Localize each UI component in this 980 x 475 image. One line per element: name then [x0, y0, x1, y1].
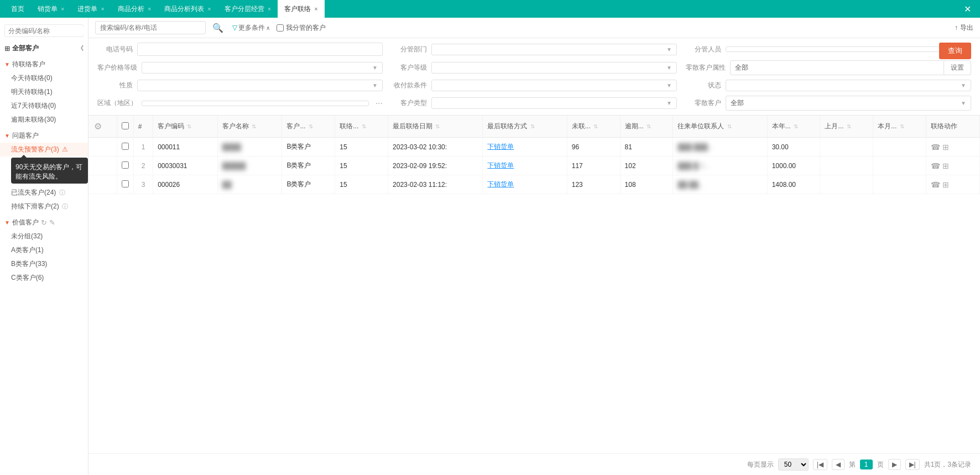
- next-page-btn[interactable]: ▶: [888, 459, 901, 470]
- sidebar-group-pending-contact: ▼ 待联络客户 今天待联络(0) 明天待联络(1) 近7天待联络(0) 逾期未联…: [0, 58, 88, 127]
- row-checkbox[interactable]: [122, 180, 129, 187]
- tab-sales-close[interactable]: ×: [61, 6, 64, 12]
- tab-customer-segmentation-close[interactable]: ×: [268, 6, 271, 12]
- prev-page-btn[interactable]: ◀: [832, 459, 845, 470]
- tab-goods-analysis[interactable]: 商品分析 ×: [111, 0, 158, 18]
- row-check-cell[interactable]: [117, 138, 133, 156]
- sidebar-item-tomorrow[interactable]: 明天待联络(1): [0, 85, 88, 99]
- query-button[interactable]: 查询: [939, 43, 971, 59]
- sidebar-item-downturn[interactable]: 持续下滑客户(2) ⓘ: [0, 200, 88, 213]
- sidebar-group-problem-header[interactable]: ▼ 问题客户: [0, 129, 88, 143]
- tab-customer-segmentation[interactable]: 客户分层经营 ×: [218, 0, 278, 18]
- payment-select[interactable]: ▼: [431, 80, 677, 91]
- action-more-icon[interactable]: ⊞: [942, 161, 949, 170]
- last-page-btn[interactable]: ▶|: [905, 459, 920, 470]
- sidebar-item-b-class[interactable]: B类客户(33): [0, 257, 88, 271]
- tab-goods-analysis-table-close[interactable]: ×: [207, 6, 211, 12]
- col-overdue[interactable]: 逾期... ⇅: [620, 116, 673, 138]
- last-method-link[interactable]: 下销货单: [487, 161, 514, 169]
- col-uncontacted[interactable]: 未联... ⇅: [567, 116, 620, 138]
- filter-search-input[interactable]: [95, 21, 206, 34]
- sidebar-item-a-class[interactable]: A类客户(1): [0, 243, 88, 257]
- col-last-date[interactable]: 最后联络日期 ⇅: [388, 116, 483, 138]
- area-select[interactable]: [142, 101, 369, 106]
- sidebar-search-input[interactable]: [8, 27, 88, 35]
- col-unit-contact[interactable]: 往来单位联系人 ⇅: [673, 116, 767, 138]
- tab-goods-analysis-table-label: 商品分析列表: [164, 4, 204, 14]
- nature-select[interactable]: ▼: [137, 80, 383, 91]
- tab-purchase[interactable]: 进货单 ×: [71, 0, 111, 18]
- action-more-icon[interactable]: ⊞: [942, 180, 949, 189]
- col-check[interactable]: [117, 116, 133, 138]
- tab-goods-analysis-table[interactable]: 商品分析列表 ×: [158, 0, 217, 18]
- refresh-icon[interactable]: ↻: [41, 218, 47, 227]
- tab-sales[interactable]: 销货单 ×: [31, 0, 71, 18]
- sidebar-all-customers[interactable]: ⊞ 全部客户 《: [0, 41, 88, 55]
- row-last-method-cell[interactable]: 下销货单: [483, 156, 567, 175]
- sidebar-item-overdue[interactable]: 逾期未联络(30): [0, 113, 88, 127]
- row-check-cell[interactable]: [117, 156, 133, 175]
- my-customers-checkbox-container[interactable]: 我分管的客户: [277, 23, 326, 33]
- per-page-select[interactable]: 50 100 200: [778, 458, 809, 471]
- customer-level-select[interactable]: ▼: [431, 62, 677, 74]
- sidebar-group-pending-header[interactable]: ▼ 待联络客户: [0, 58, 88, 71]
- col-this-month[interactable]: 本月... ⇅: [873, 116, 926, 138]
- last-method-link[interactable]: 下销货单: [487, 180, 514, 188]
- status-select[interactable]: ▼: [726, 80, 971, 91]
- row-last-method-cell[interactable]: 下销货单: [483, 175, 567, 194]
- column-settings-btn[interactable]: ⚙: [93, 120, 103, 133]
- my-customers-checkbox[interactable]: [277, 24, 284, 32]
- phone-input[interactable]: [137, 43, 383, 56]
- col-last-method[interactable]: 最后联络方式 ⇅: [483, 116, 567, 138]
- action-more-icon[interactable]: ⊞: [942, 143, 949, 152]
- tab-home[interactable]: 首页: [4, 0, 31, 18]
- sidebar-collapse-btn[interactable]: 《: [77, 44, 84, 53]
- action-contact-icon[interactable]: ☎: [931, 180, 940, 189]
- sidebar-item-7days[interactable]: 近7天待联络(0): [0, 99, 88, 113]
- more-conditions-button[interactable]: ▽ 更多条件 ∧: [230, 23, 272, 33]
- settings-button[interactable]: 设置: [943, 60, 971, 75]
- export-button[interactable]: ↑ 导出: [955, 23, 973, 33]
- area-more-btn[interactable]: ···: [376, 98, 383, 108]
- dept-select[interactable]: ▼: [431, 44, 677, 55]
- sidebar-item-unclassified[interactable]: 未分组(32): [0, 229, 88, 243]
- tab-goods-analysis-close[interactable]: ×: [148, 6, 151, 12]
- col-name[interactable]: 客户名称 ⇅: [217, 116, 282, 138]
- row-last-method-cell[interactable]: 下销货单: [483, 138, 567, 156]
- sidebar-group-value-header[interactable]: ▼ 价值客户 ↻ ✎: [0, 216, 88, 229]
- row-last-month-cell: [820, 138, 873, 156]
- price-level-select[interactable]: ▼: [142, 62, 383, 74]
- total-pages-label: 页: [877, 460, 884, 469]
- window-close-button[interactable]: ✕: [960, 4, 976, 14]
- sidebar-item-at-risk[interactable]: 流失预警客户(3) ⚠: [0, 143, 88, 156]
- customer-type-select[interactable]: ▼: [431, 97, 677, 109]
- retail-select[interactable]: 全部 ▼: [726, 96, 971, 111]
- row-checkbox[interactable]: [122, 143, 129, 150]
- col-code[interactable]: 客户编码 ⇅: [153, 116, 218, 138]
- last-method-link[interactable]: 下销货单: [487, 143, 514, 150]
- manager-select[interactable]: [726, 46, 957, 52]
- filter-search-button[interactable]: 🔍: [210, 23, 226, 33]
- action-contact-icon[interactable]: ☎: [931, 161, 940, 170]
- zero-attrib-select[interactable]: 全部 ▼: [730, 60, 971, 75]
- row-checkbox[interactable]: [122, 161, 129, 169]
- col-settings[interactable]: ⚙: [88, 116, 117, 138]
- sidebar-item-today[interactable]: 今天待联络(0): [0, 71, 88, 85]
- row-this-year-cell: 30.00: [767, 138, 820, 156]
- row-check-cell[interactable]: [117, 175, 133, 194]
- action-contact-icon[interactable]: ☎: [931, 143, 940, 152]
- first-page-btn[interactable]: |◀: [813, 459, 827, 470]
- select-all-checkbox[interactable]: [122, 122, 129, 129]
- col-last-month[interactable]: 上月... ⇅: [820, 116, 873, 138]
- sidebar-item-c-class[interactable]: C类客户(6): [0, 271, 88, 285]
- main-layout: 🔍 ⊞ 全部客户 《 ▼ 待联络客户 今天待联络(0) 明天待联络(1) 近7天…: [0, 18, 980, 475]
- tab-purchase-close[interactable]: ×: [101, 6, 104, 12]
- edit-icon[interactable]: ✎: [49, 218, 55, 227]
- tab-customer-contact[interactable]: 客户联络 ×: [278, 0, 324, 18]
- sidebar-search-container[interactable]: 🔍: [4, 24, 84, 37]
- col-this-year[interactable]: 本年... ⇅: [767, 116, 820, 138]
- col-contact[interactable]: 联络... ⇅: [335, 116, 388, 138]
- sidebar-item-lost[interactable]: 已流失客户(24) ⓘ: [0, 186, 88, 200]
- col-type[interactable]: 客户... ⇅: [282, 116, 335, 138]
- tab-customer-contact-close[interactable]: ×: [314, 6, 317, 12]
